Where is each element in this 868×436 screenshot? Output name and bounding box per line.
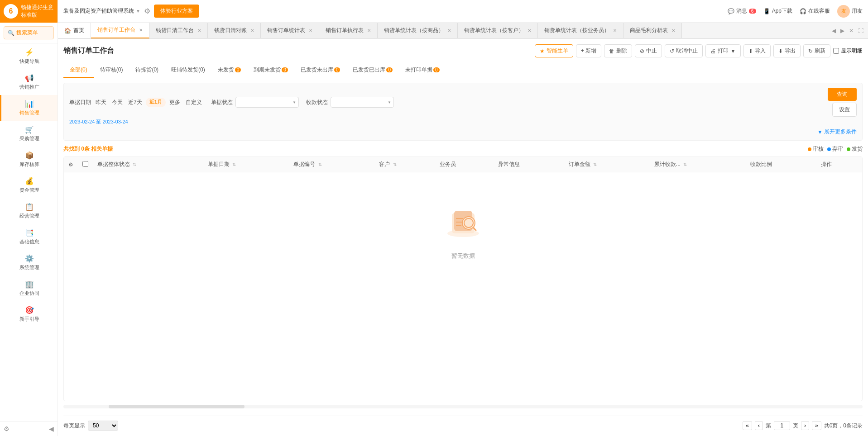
payment-select[interactable] — [331, 97, 394, 108]
tab-close-cash-daily[interactable]: ✕ — [197, 28, 201, 33]
subtab-pending-review[interactable]: 待审核(0) — [94, 63, 129, 78]
sort-number-icon[interactable]: ⇅ — [318, 162, 322, 167]
print-button[interactable]: 🖨 打印 ▼ — [705, 44, 741, 57]
shortcut-1month[interactable]: 近1月 — [146, 98, 166, 107]
subtab-wangpu-ship[interactable]: 旺铺待发货(0) — [165, 63, 211, 78]
page-last-button[interactable]: » — [812, 421, 821, 430]
suspend-button[interactable]: ⊘ 中止 — [635, 44, 662, 57]
sidebar-item-operation[interactable]: 📋 经营管理 — [0, 198, 58, 224]
expand-filter-button[interactable]: ▼ 展开更多条件 — [817, 128, 857, 136]
subtab-overdue-not-shipped[interactable]: 到期未发货0 — [247, 63, 294, 78]
scrollbar-thumb[interactable] — [109, 405, 245, 408]
sort-customer-icon[interactable]: ⇅ — [393, 162, 397, 167]
sort-collected-icon[interactable]: ⇅ — [683, 162, 687, 167]
sidebar-item-sales[interactable]: 📊 销售管理 — [0, 95, 58, 121]
solution-button[interactable]: 体验行业方案 — [154, 5, 199, 18]
tab-close-sales-workbench[interactable]: ✕ — [139, 28, 143, 33]
tab-close-customer[interactable]: ✕ — [528, 28, 531, 33]
collapse-icon[interactable]: ◀ — [49, 425, 54, 432]
query-button[interactable]: 查询 — [828, 88, 857, 101]
sidebar-search-button[interactable]: 🔍 搜索菜单 — [4, 26, 54, 39]
set-button[interactable]: 设置 — [832, 103, 857, 117]
tab-product-margin[interactable]: 商品毛利分析表 ✕ — [623, 23, 682, 38]
select-all-checkbox[interactable] — [82, 161, 88, 167]
sidebar-item-quick-nav[interactable]: ⚡ 快捷导航 — [0, 43, 58, 69]
horizontal-scrollbar[interactable] — [63, 405, 863, 408]
col-settings[interactable]: ⚙ — [64, 157, 78, 172]
tab-cash-daily[interactable]: 钱货日清工作台 ✕ — [149, 23, 208, 38]
page-first-button[interactable]: « — [743, 421, 752, 430]
tab-sales-stat[interactable]: 销售订单统计表 ✕ — [261, 23, 319, 38]
page-prev-button[interactable]: ‹ — [755, 421, 763, 430]
purchase-icon: 🛒 — [25, 125, 34, 134]
new-button[interactable]: + 新增 — [576, 44, 601, 57]
col-amount: 订单金额 ⇅ — [564, 157, 650, 172]
tab-sales-exec[interactable]: 销售订单执行表 ✕ — [319, 23, 378, 38]
topbar-gear-icon[interactable]: ⚙ — [144, 7, 150, 15]
tab-maximize-icon[interactable]: ⛶ — [856, 26, 865, 36]
subtab-shipped-out[interactable]: 已发货已出库0 — [346, 63, 399, 78]
tab-home[interactable]: 🏠 首页 — [58, 23, 91, 38]
quick-nav-icon: ⚡ — [25, 48, 34, 57]
tab-prev-icon[interactable]: ◀ — [830, 26, 838, 36]
smart-create-button[interactable]: ★ 智能生单 — [535, 44, 573, 57]
data-table: ⚙ 单据整体状态 ⇅ 单据日期 ⇅ 单据编号 — [63, 156, 863, 401]
cancel-review-action-button[interactable]: 弃审 — [827, 145, 843, 153]
shortcut-custom[interactable]: 自定义 — [184, 98, 204, 107]
app-download-button[interactable]: 📱 App下载 — [763, 7, 792, 15]
search-icon: 🔍 — [8, 30, 14, 36]
refresh-button[interactable]: ↻ 刷新 — [803, 44, 830, 57]
sort-amount-icon[interactable]: ⇅ — [593, 162, 597, 167]
online-service-button[interactable]: 🎧 在线客服 — [800, 7, 830, 15]
tab-close-staff[interactable]: ✕ — [613, 28, 617, 33]
subtab-shipped-not-out[interactable]: 已发货未出库0 — [294, 63, 347, 78]
tab-sales-stat-customer[interactable]: 销货单统计表（按客户） ✕ — [458, 23, 538, 38]
export-button[interactable]: ⬇ 导出 — [773, 44, 801, 57]
tab-sales-workbench[interactable]: 销售订单工作台 ✕ — [91, 23, 149, 38]
sidebar-item-system[interactable]: ⚙️ 系统管理 — [0, 250, 58, 275]
review-action-button[interactable]: 审核 — [808, 145, 824, 153]
subtab-all[interactable]: 全部(0) — [63, 63, 94, 78]
delete-button[interactable]: 🗑 删除 — [604, 44, 632, 57]
empty-text: 暂无数据 — [64, 252, 862, 260]
import-button[interactable]: ⬆ 导入 — [743, 44, 771, 57]
sort-status-icon[interactable]: ⇅ — [133, 162, 136, 167]
tab-close-sales-stat[interactable]: ✕ — [309, 28, 312, 33]
tab-close-sales-exec[interactable]: ✕ — [367, 28, 371, 33]
sidebar-item-inventory[interactable]: 📦 库存核算 — [0, 147, 58, 172]
sort-date-icon[interactable]: ⇅ — [232, 162, 236, 167]
cancel-suspend-button[interactable]: ↺ 取消中止 — [665, 44, 703, 57]
shortcut-today[interactable]: 今天 — [110, 98, 125, 107]
sidebar-item-guide[interactable]: 🎯 新手引导 — [0, 301, 58, 327]
tab-sales-stat-product[interactable]: 销货单统计表（按商品） ✕ — [378, 23, 458, 38]
tab-close-all-icon[interactable]: ✕ — [847, 26, 855, 36]
tab-close-margin[interactable]: ✕ — [671, 28, 675, 33]
print-icon: 🖨 — [710, 48, 716, 54]
subtab-not-printed[interactable]: 未打印单据0 — [399, 63, 446, 78]
page-next-button[interactable]: › — [801, 421, 809, 430]
tab-sales-stat-staff[interactable]: 销货单统计表（按业务员） ✕ — [538, 23, 623, 38]
page-size-select[interactable]: 50 100 — [88, 421, 118, 431]
shortcut-more[interactable]: 更多 — [168, 98, 182, 107]
user-menu[interactable]: 友 用友 — [837, 5, 863, 18]
tab-close-cash-reconcile[interactable]: ✕ — [250, 28, 254, 33]
tab-close-product[interactable]: ✕ — [447, 28, 451, 33]
sidebar-item-finance[interactable]: 💰 资金管理 — [0, 172, 58, 198]
subtab-pending-inspect[interactable]: 待拣货(0) — [129, 63, 165, 78]
settings-bottom-icon[interactable]: ⚙ — [4, 425, 10, 432]
shortcut-7days[interactable]: 近7天 — [126, 98, 144, 107]
ship-action-button[interactable]: 发货 — [847, 145, 863, 153]
tab-next-icon[interactable]: ▶ — [839, 26, 846, 36]
sidebar-item-basic[interactable]: 📑 基础信息 — [0, 224, 58, 250]
sidebar-item-enterprise[interactable]: 🏢 企业协同 — [0, 275, 58, 301]
sidebar-item-purchase[interactable]: 🛒 采购管理 — [0, 121, 58, 147]
sidebar-item-marketing[interactable]: 📢 营销推广 — [0, 69, 58, 95]
status-select[interactable] — [235, 97, 299, 108]
page-number-input[interactable] — [774, 421, 790, 430]
shortcut-yesterday[interactable]: 昨天 — [94, 98, 108, 107]
topbar: 装备及固定资产辅助管理系统 ▼ ⚙ 体验行业方案 💬 消息 6 📱 App下载 … — [58, 0, 868, 23]
subtab-not-shipped[interactable]: 未发货0 — [211, 63, 248, 78]
show-detail-checkbox[interactable]: 显示明细 — [833, 47, 863, 55]
message-button[interactable]: 💬 消息 6 — [728, 7, 756, 15]
tab-cash-reconcile[interactable]: 钱货日清对账 ✕ — [208, 23, 261, 38]
